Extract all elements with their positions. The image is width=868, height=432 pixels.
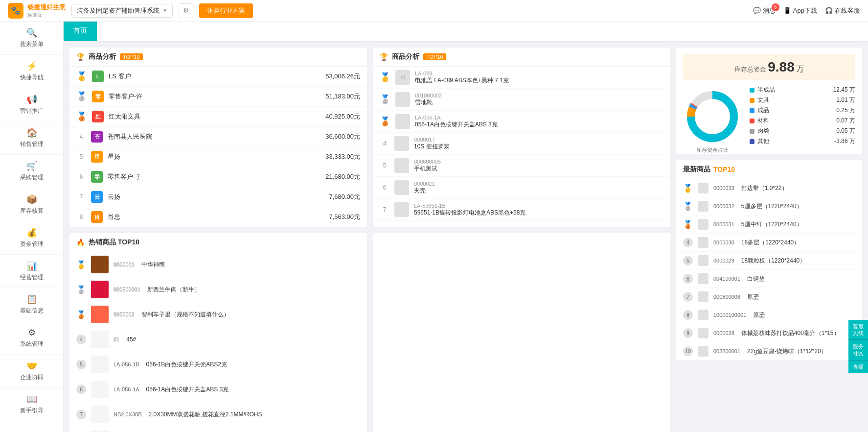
logo-area: 🐾 畅捷通好生意 标准版 [8,3,71,19]
product-thumb [91,306,109,323]
product-item: 🥉 LA-056-1A 056-1A白色按键开关盖ABS 3克 [373,111,670,133]
topbar-center: 装备及固定资产辅助管理系统 ▼ ⚙ 体验行业方案 [71,3,753,18]
medal-icon: 🥉 [76,310,86,319]
product-thumb [394,202,409,217]
house-icon: 🏠 [26,127,37,138]
product-thumb [395,92,410,107]
newest-products-header: 最新商品 TOP10 [676,160,862,179]
sidebar-item-company[interactable]: 🤝 企业协同 [0,355,63,388]
top10-item: 5 0000029 18颗粒板（1220*2440） [676,252,862,270]
chevron-down-icon: ▼ [162,8,167,13]
hot-product-item: 🥈 000500001 新西兰牛肉（新牛） [69,277,367,302]
inventory-total: 库存总资金 9.88 万 [683,54,855,80]
product-thumb [395,114,410,129]
product-thumb [698,201,708,212]
product-thumb [698,291,708,302]
inventory-legend: 半成品 12.45 万 文具 1.01 万 成品 0.25 万 材料 [750,86,855,147]
product-thumb [91,331,109,348]
list-item: 🥉 红 红太阳文具 40,925.00元 [69,107,367,127]
list-item: 🥈 零 零售客户-许 51,183.00元 [69,87,367,107]
sidebar: 🔍 搜索菜单 ⚡ 快捷导航 📢 营销推广 🏠 销售管理 🛒 采购管理 📦 库存核… [0,22,64,432]
topbar-right: 💬 消息 6 📱 App下载 🎧 在线客服 [753,6,860,15]
product-item: 🥈 001000002 雪地靴 [373,89,670,111]
fire-icon: 🔥 [76,239,85,246]
newest-products-card: 最新商品 TOP10 🥇 0000033 封边带（1.0*22） 🥈 [676,160,862,360]
logo-icon: 🐾 [8,3,23,19]
inventory-card: 库存总资金 9.88 万 [676,48,862,154]
phone-icon: 📱 [783,7,791,14]
top10-item: 🥇 0000033 封边带（1.0*22） [676,179,862,197]
sidebar-item-finance[interactable]: 💰 资金管理 [0,221,63,255]
top10-item: 7 000800008 原垄 [676,288,862,306]
sidebar-item-basic[interactable]: 📋 基础信息 [0,288,63,321]
list-item: 8 肖 肖总 7,563.00元 [69,207,367,227]
product-item: 🥇 Ai LA-089 电池盖 LA-089 ABS本色+黑种 7.1克 [373,67,670,89]
top10-item: 6 004100001 白钢垫 [676,270,862,288]
trophy-icon: 🏆 [76,53,85,61]
sidebar-item-marketing[interactable]: 📢 营销推广 [0,88,63,121]
customer-avatar: 星 [91,151,103,163]
nav-tabs: 首页 [64,22,868,42]
product-thumb [91,356,109,373]
product-ranking-header: 🏆 商品分析 TOP10 [373,48,670,67]
customer-avatar: 红 [92,111,104,122]
message-icon: 💬 [753,7,761,14]
lightning-icon: ⚡ [26,61,37,72]
top10-item: 🥈 0000032 5厘多层（1220*2440） [676,197,862,216]
sidebar-item-purchase[interactable]: 🛒 采购管理 [0,155,63,188]
top10-item: 4 0000030 18多层（1220*2440） [676,234,862,252]
sidebar-label-search: 搜索菜单 [20,40,44,48]
product-item: 5 000800005 手机测试 [373,155,670,177]
sidebar-item-guide[interactable]: 📖 新手引导 [0,388,63,421]
product-thumb [91,406,109,423]
hot-products-card: 🔥 热销商品 TOP10 🥇 0000001 中华神鹰 🥈 [69,233,367,432]
newest-products-list: 🥇 0000033 封边带（1.0*22） 🥈 0000032 5厘多层（122… [676,179,862,360]
sidebar-item-system[interactable]: ⚙ 系统管理 [0,321,63,355]
medal-silver-icon: 🥈 [76,91,87,102]
system-selector[interactable]: 装备及固定资产辅助管理系统 ▼ [71,4,173,18]
product-thumb [394,158,409,173]
medal-gold-icon: 🥇 [380,72,390,83]
sidebar-item-operation[interactable]: 📊 经营管理 [0,255,63,288]
legend-item: 肉类 -0.05 万 [750,127,855,135]
product-thumb [698,328,708,338]
gear-button[interactable]: ⚙ [179,3,193,18]
sidebar-item-sales[interactable]: 🏠 销售管理 [0,121,63,155]
app-download-btn[interactable]: 📱 App下载 [783,6,817,15]
online-service-btn[interactable]: 🎧 在线客服 [825,6,860,15]
product-ranking-card: 🏆 商品分析 TOP10 🥇 Ai LA-089 电池盖 LA-089 ABS本… [373,48,670,227]
tab-home[interactable]: 首页 [64,22,97,41]
product-thumb [698,255,708,266]
sidebar-item-inventory[interactable]: 📦 库存核算 [0,188,63,221]
sidebar-item-shortcut[interactable]: ⚡ 快捷导航 [0,55,63,88]
medal-icon: 🥇 [76,260,86,269]
sidebar-item-search[interactable]: 🔍 搜索菜单 [0,22,63,55]
topbar: 🐾 畅捷通好生意 标准版 装备及固定资产辅助管理系统 ▼ ⚙ 体验行业方案 💬 … [0,0,868,22]
medal-gold-icon: 🥇 [76,71,87,82]
search-icon: 🔍 [26,27,37,38]
product-thumb [698,310,708,320]
customer-ranking-list: 🥇 L LS 客户 53,006.26元 🥈 零 零售客户-许 51,183.0… [69,67,367,227]
customer-service-btn[interactable]: 客服热线 [848,320,868,340]
medal-icon: 🥉 [683,220,693,229]
customer-ranking-card: 🏆 商品分析 TOP10 🥇 L LS 客户 53,006.26元 🥈 零 零售… [69,48,367,227]
product-thumb [91,381,109,398]
top10-item: 🥉 0000031 5厘中纤（1220*2440） [676,216,862,234]
legend-item: 文具 1.01 万 [750,96,855,104]
top10-item: 8 10000100001 原垄 [676,306,862,324]
placeholder-card [373,233,670,432]
product-thumb [698,183,708,193]
service-community-btn[interactable]: 服务社区 [848,340,868,360]
message-btn[interactable]: 💬 消息 6 [753,6,776,15]
top10-item: 9 0000028 体械荔枝味苏打饮品400毫升（1*15） [676,324,862,342]
hot-product-item: 🥉 0000002 智利车子里（规格不知道填什么） [69,302,367,327]
money-icon: 💰 [26,227,37,238]
medal-bronze-icon: 🥉 [76,111,87,122]
live-broadcast-btn[interactable]: 直播 [848,360,868,373]
trial-button[interactable]: 体验行业方案 [199,3,253,18]
top10-item: 10 003800001 22g鱼豆腐-烧烤味（1*12*20） [676,342,862,360]
customer-avatar: 零 [92,91,104,102]
product-thumb [91,281,109,298]
product-ranking-list: 🥇 Ai LA-089 电池盖 LA-089 ABS本色+黑种 7.1克 🥈 0… [373,67,670,221]
cart-icon: 🛒 [26,161,37,171]
